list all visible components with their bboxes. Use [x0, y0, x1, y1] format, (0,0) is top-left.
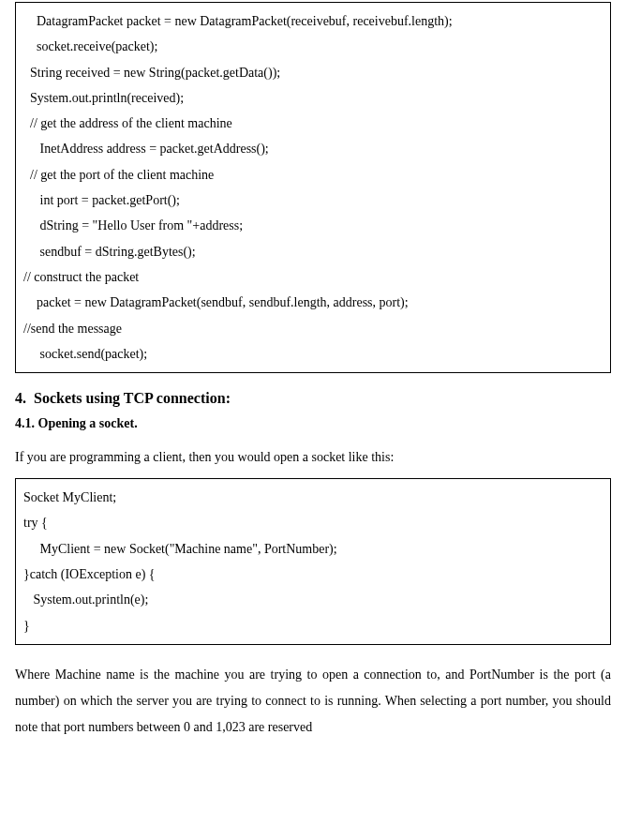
section-heading: 4. Sockets using TCP connection: [15, 390, 611, 407]
code-line: // construct the packet [23, 264, 603, 290]
paragraph: If you are programming a client, then yo… [15, 444, 611, 471]
code-block-tcp-client: Socket MyClient; try { MyClient = new So… [15, 478, 611, 645]
code-line: InetAddress address = packet.getAddress(… [23, 136, 603, 161]
code-line: sendbuf = dString.getBytes(); [23, 239, 603, 264]
paragraph: Where Machine name is the machine you ar… [15, 662, 611, 741]
code-line: System.out.println(e); [23, 587, 603, 612]
code-line: // get the port of the client machine [23, 162, 603, 188]
code-line: System.out.println(received); [23, 85, 603, 111]
code-line: DatagramPacket packet = new DatagramPack… [23, 8, 603, 34]
subsection-heading: 4.1. Opening a socket. [15, 416, 611, 431]
code-line: //send the message [23, 316, 603, 341]
page-content: DatagramPacket packet = new DatagramPack… [0, 0, 626, 756]
code-line: try { [23, 510, 603, 535]
subsection-title: Opening a socket. [38, 416, 138, 430]
code-block-udp: DatagramPacket packet = new DatagramPack… [15, 2, 611, 373]
code-line: } [23, 613, 603, 638]
code-line: Socket MyClient; [23, 485, 603, 510]
code-line: dString = "Hello User from "+address; [23, 213, 603, 238]
subsection-number: 4.1. [15, 416, 35, 430]
section-title: Sockets using TCP connection: [34, 390, 231, 406]
code-line: socket.receive(packet); [23, 34, 603, 59]
code-line: socket.send(packet); [23, 341, 603, 367]
code-line: packet = new DatagramPacket(sendbuf, sen… [23, 290, 603, 315]
section-number: 4. [15, 390, 26, 406]
code-line: // get the address of the client machine [23, 111, 603, 136]
code-line: }catch (IOException e) { [23, 562, 603, 587]
code-line: MyClient = new Socket("Machine name", Po… [23, 536, 603, 562]
code-line: String received = new String(packet.getD… [23, 60, 603, 85]
code-line: int port = packet.getPort(); [23, 188, 603, 213]
